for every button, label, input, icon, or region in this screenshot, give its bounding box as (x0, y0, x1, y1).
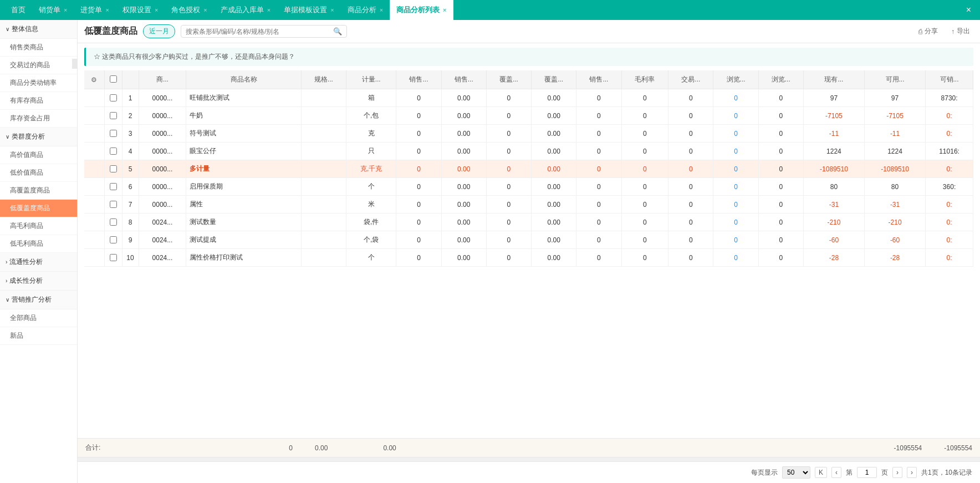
nav-tab-sales[interactable]: 销货单 × (32, 0, 74, 20)
row-unit: 克 (346, 125, 396, 143)
row-spec (301, 107, 346, 125)
nav-tab-goods-analysis[interactable]: 商品分析 × (341, 0, 390, 20)
table-container[interactable]: ⚙ 商... 商品名称 规格... 计量... 销售... 销售... 覆盖..… (78, 70, 980, 438)
sidebar-section-marketing[interactable]: ∨ 营销推广分析 (0, 291, 77, 309)
no-column-header (122, 70, 139, 89)
row-settings (84, 160, 104, 178)
export-button[interactable]: ↑ 导出 (948, 25, 973, 38)
pagination-bar: 每页显示 50 100 200 K ‹ 第 页 › › 共1页，10条记录 (78, 461, 980, 483)
available-column-header: 可用... (865, 70, 926, 89)
row-checkbox[interactable] (104, 107, 122, 125)
search-input[interactable] (186, 28, 331, 35)
nav-tab-role[interactable]: 角色授权 × (165, 0, 213, 20)
row-sellable: 360: (926, 178, 973, 196)
row-checkbox[interactable] (104, 178, 122, 196)
row-gross-rate: 0 (621, 89, 668, 107)
horizontal-scrollbar[interactable] (78, 457, 980, 461)
content-header: 低覆盖度商品 近一月 🔍 ⎙ 分享 ↑ 导出 (78, 20, 980, 43)
row-browse1[interactable]: 0 (713, 143, 758, 160)
sidebar-section-liquidity[interactable]: › 流通性分析 (0, 253, 77, 272)
column-settings-icon[interactable]: ⚙ (91, 76, 97, 84)
sidebar-item-in-stock[interactable]: 有库存商品 (0, 92, 77, 110)
sidebar-item-low-coverage[interactable]: 低覆盖度商品 (0, 200, 77, 217)
total-records-label: 共1页，10条记录 (921, 468, 972, 477)
nav-tab-goods-analysis-list[interactable]: 商品分析列表 × (390, 0, 453, 20)
row-checkbox[interactable] (104, 249, 122, 267)
nav-tab-product-entry[interactable]: 产成品入库单 × (214, 0, 277, 20)
row-browse1[interactable]: 0 (713, 160, 758, 178)
sidebar-item-category-rate[interactable]: 商品分类动销率 (0, 74, 77, 92)
close-tab-goods-analysis-list[interactable]: × (443, 7, 446, 13)
row-sales3: 0 (576, 89, 621, 107)
row-checkbox[interactable] (104, 231, 122, 249)
sidebar-item-capital[interactable]: 库存资金占用 (0, 110, 77, 128)
row-settings (84, 89, 104, 107)
row-sales3: 0 (576, 160, 621, 178)
row-checkbox[interactable] (104, 213, 122, 231)
table-body: 1 0000... 旺铺批次测试 箱 0 0.00 0 0.00 0 0 0 0… (84, 89, 973, 267)
content-area: 低覆盖度商品 近一月 🔍 ⎙ 分享 ↑ 导出 ☆ 这类商品只有很少客户购买过，是… (78, 20, 980, 483)
row-sellable: 0: (926, 213, 973, 231)
row-browse1[interactable]: 0 (713, 213, 758, 231)
close-tab-permission[interactable]: × (155, 7, 158, 13)
page-size-select[interactable]: 50 100 200 (782, 466, 810, 479)
nav-tab-purchase[interactable]: 进货单 × (74, 0, 115, 20)
sidebar-item-high-value[interactable]: 高价值商品 (0, 146, 77, 164)
sidebar-item-high-coverage[interactable]: 高覆盖度商品 (0, 182, 77, 200)
row-checkbox[interactable] (104, 143, 122, 160)
sidebar-section-growth[interactable]: › 成长性分析 (0, 272, 77, 291)
close-tab-template[interactable]: × (330, 7, 334, 13)
row-cover1: 0 (486, 125, 531, 143)
close-tab-purchase[interactable]: × (105, 7, 109, 13)
nav-tab-home[interactable]: 首页 (4, 0, 32, 20)
next-page-button[interactable]: › (892, 467, 902, 478)
first-page-button[interactable]: K (815, 467, 827, 478)
row-checkbox[interactable] (104, 125, 122, 143)
row-available: -1089510 (865, 160, 926, 178)
sidebar-item-low-margin[interactable]: 低毛利商品 (0, 235, 77, 253)
sidebar-item-sales-goods[interactable]: 销售类商品 (0, 39, 77, 57)
row-trade: 0 (668, 196, 713, 213)
row-browse2: 0 (758, 249, 803, 267)
settings-column-header[interactable]: ⚙ (84, 70, 104, 89)
row-current: -31 (803, 196, 864, 213)
row-browse1[interactable]: 0 (713, 89, 758, 107)
last-page-button[interactable]: › (907, 467, 917, 478)
sidebar-item-low-value[interactable]: 低价值商品 (0, 164, 77, 182)
row-checkbox[interactable] (104, 196, 122, 213)
close-tab-product-entry[interactable]: × (267, 7, 270, 13)
page-number-input[interactable] (857, 467, 877, 478)
sidebar-section-cluster[interactable]: ∨ 类群度分析 (0, 128, 77, 146)
row-browse1[interactable]: 0 (713, 107, 758, 125)
close-tab-sales[interactable]: × (64, 7, 67, 13)
nav-tab-permission[interactable]: 权限设置 × (116, 0, 165, 20)
sidebar-item-high-margin[interactable]: 高毛利商品 (0, 217, 77, 235)
row-cover2: 0.00 (532, 89, 576, 107)
sidebar-item-new-goods[interactable]: 新品 (0, 327, 77, 345)
row-checkbox[interactable] (104, 160, 122, 178)
row-browse1[interactable]: 0 (713, 125, 758, 143)
section-arrow-growth: › (6, 278, 7, 284)
row-settings (84, 249, 104, 267)
filter-recent-month-button[interactable]: 近一月 (143, 24, 175, 38)
select-all-checkbox[interactable] (110, 75, 117, 83)
nav-tab-template[interactable]: 单据模板设置 × (277, 0, 340, 20)
table-footer: 合计: 0 0.00 0.00 -1095554 -1095554 (78, 438, 980, 457)
row-browse1[interactable]: 0 (713, 196, 758, 213)
sidebar-item-all-goods[interactable]: 全部商品 (0, 309, 77, 327)
sidebar-item-traded-goods[interactable]: 交易过的商品 (0, 57, 77, 74)
row-browse1[interactable]: 0 (713, 249, 758, 267)
close-tab-role[interactable]: × (203, 7, 207, 13)
sidebar-section-overview[interactable]: ∨ 整体信息 (0, 20, 77, 39)
row-browse1[interactable]: 0 (713, 231, 758, 249)
close-tab-goods-analysis[interactable]: × (380, 7, 383, 13)
row-checkbox[interactable] (104, 89, 122, 107)
checkbox-column-header[interactable] (104, 70, 122, 89)
table-row: 4 0000... 眼宝公仔 只 0 0.00 0 0.00 0 0 0 0 0… (84, 143, 973, 160)
row-current: -28 (803, 249, 864, 267)
window-close-button[interactable]: × (962, 3, 976, 17)
sidebar-collapse-button[interactable]: 《 (72, 59, 78, 69)
prev-page-button[interactable]: ‹ (831, 467, 841, 478)
row-browse1[interactable]: 0 (713, 178, 758, 196)
share-button[interactable]: ⎙ 分享 (915, 25, 941, 38)
